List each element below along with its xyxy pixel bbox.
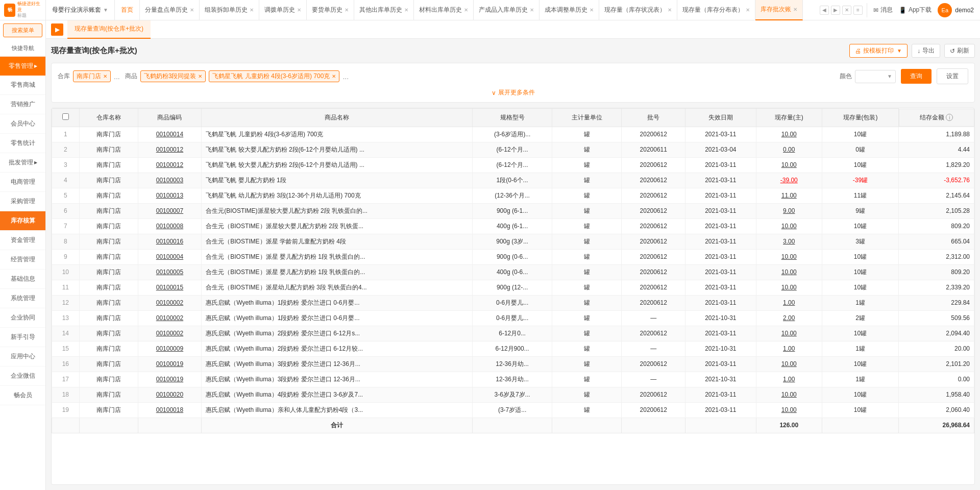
tab-item[interactable]: 成本调整单历史✕ (540, 0, 599, 20)
row-qty-main[interactable]: 10.00 (756, 264, 822, 280)
row-code[interactable]: 00100002 (138, 310, 202, 326)
tab-close-icon[interactable]: ✕ (404, 7, 408, 13)
sidebar-item-system[interactable]: 系统管理 (0, 289, 45, 308)
tab-menu-btn[interactable]: ≡ (853, 6, 863, 15)
warehouse-dots-btn[interactable]: ... (114, 72, 120, 81)
tab-close-icon[interactable]: ✕ (250, 7, 254, 13)
sub-tab-active[interactable]: 现存量查询(按仓库+批次) (67, 20, 151, 39)
row-qty-main[interactable]: 3.00 (756, 234, 822, 249)
row-code[interactable]: 00100003 (138, 173, 202, 188)
row-code[interactable]: 00100007 (138, 203, 202, 218)
tab-close-icon[interactable]: ✕ (590, 7, 594, 13)
row-code[interactable]: 00100005 (138, 264, 202, 280)
tab-item[interactable]: 分量盘点单历史✕ (140, 0, 200, 20)
sidebar-item-member[interactable]: 会员中心 (0, 114, 45, 134)
tab-item[interactable]: 组装拆卸单历史✕ (200, 0, 259, 20)
row-qty-main[interactable]: 10.00 (756, 356, 822, 372)
sidebar-item-enterprise[interactable]: 企业协同 (0, 308, 45, 328)
user-avatar[interactable]: Ea demo2 (938, 3, 974, 17)
row-code[interactable]: 00100002 (138, 326, 202, 341)
row-qty-main[interactable]: 2.00 (756, 310, 822, 326)
row-code[interactable]: 00100018 (138, 402, 202, 418)
row-code[interactable]: 00100015 (138, 280, 202, 295)
color-input[interactable]: ▼ (855, 70, 896, 83)
tab-close-icon[interactable]: ✕ (530, 7, 534, 13)
tab-next-btn[interactable]: ▶ (831, 6, 840, 15)
tab-close-icon[interactable]: ✕ (793, 7, 797, 12)
expand-conditions-btn[interactable]: ∨ 展开更多条件 (492, 88, 535, 97)
sidebar-item-operations[interactable]: 经营管理 (0, 250, 45, 270)
tab-close-all-btn[interactable]: ✕ (842, 6, 851, 15)
tab-item[interactable]: 产成品入库单历史✕ (474, 0, 540, 20)
row-qty-main[interactable]: 10.00 (756, 157, 822, 173)
tab-close-icon[interactable]: ✕ (746, 7, 750, 13)
row-qty-main[interactable]: 9.00 (756, 203, 822, 218)
sidebar-item-retail-mall[interactable]: 零售商城 (0, 76, 45, 95)
row-code[interactable]: 00100008 (138, 218, 202, 234)
row-qty-main[interactable]: 10.00 (756, 249, 822, 264)
sidebar-item-wechat[interactable]: 企业微信 (0, 366, 45, 386)
row-qty-main[interactable]: 10.00 (756, 127, 822, 142)
row-code[interactable]: 00100019 (138, 356, 202, 372)
tab-item[interactable]: 要货单历史✕ (307, 0, 354, 20)
tab-item[interactable]: 其他出库单历史✕ (354, 0, 414, 20)
sidebar-item-basic-info[interactable]: 基础信息 (0, 270, 45, 289)
sidebar-item-retail-stats[interactable]: 零售统计 (0, 134, 45, 153)
export-btn[interactable]: ↓ 导出 (912, 44, 940, 58)
row-qty-main[interactable]: 10.00 (756, 326, 822, 341)
tab-item[interactable]: 现存量（库存分布表）✕ (677, 0, 755, 20)
product-tag-1[interactable]: 飞鹤奶粉3段同提装 ✕ (140, 70, 206, 82)
row-code[interactable]: 00100016 (138, 234, 202, 249)
row-qty-main[interactable]: 10.00 (756, 402, 822, 418)
row-qty-main[interactable]: 0.00 (756, 142, 822, 157)
warehouse-tag-close-icon[interactable]: ✕ (103, 74, 107, 79)
tab-home[interactable]: 首页 (115, 0, 140, 20)
sidebar-item-retail-mgmt[interactable]: 零售管理 ▶ (0, 57, 45, 76)
sidebar-item-wholesale[interactable]: 批发管理 ▶ (0, 153, 45, 173)
warehouse-tag[interactable]: 南库门店 ✕ (73, 70, 111, 82)
sidebar-item-member2[interactable]: 畅会员 (0, 386, 45, 405)
product-dots-btn[interactable]: ... (342, 72, 349, 81)
select-all-checkbox[interactable] (62, 113, 69, 120)
sidebar-item-marketing[interactable]: 营销推广 (0, 95, 45, 114)
row-code[interactable]: 00100020 (138, 387, 202, 402)
sidebar-item-purchase[interactable]: 采购管理 (0, 192, 45, 211)
row-code[interactable]: 00100004 (138, 249, 202, 264)
product-tag-2[interactable]: 飞鹤星飞帆 儿童奶粉 4段(3-6岁适用) 700克 ✕ (209, 70, 339, 82)
sidebar-item-finance[interactable]: 资金管理 (0, 231, 45, 250)
sidebar-item-ecommerce[interactable]: 电商管理 (0, 173, 45, 192)
message-btn[interactable]: ✉ 消息 (873, 6, 893, 14)
tab-prev-btn[interactable]: ◀ (820, 6, 829, 15)
settings-button[interactable]: 设置 (937, 68, 968, 84)
tab-item[interactable]: 材料出库单历史✕ (414, 0, 474, 20)
print-btn[interactable]: 🖨 按模板打印 ▼ (849, 44, 908, 58)
sidebar-item-guide[interactable]: 新手引导 (0, 328, 45, 347)
info-icon[interactable]: i (946, 114, 953, 121)
row-qty-main[interactable]: 10.00 (756, 218, 822, 234)
tab-close-icon[interactable]: ✕ (190, 7, 194, 13)
tab-close-icon[interactable]: ✕ (668, 7, 672, 13)
row-qty-main[interactable]: 10.00 (756, 387, 822, 402)
row-qty-main[interactable]: 10.00 (756, 280, 822, 295)
app-download-btn[interactable]: 📱 App下载 (899, 6, 932, 14)
row-qty-main[interactable]: 1.00 (756, 295, 822, 310)
row-code[interactable]: 00100002 (138, 295, 202, 310)
tab-close-icon[interactable]: ✕ (297, 7, 301, 13)
row-code[interactable]: 00100012 (138, 157, 202, 173)
sub-tab-expand-btn[interactable]: ▶ (51, 23, 63, 36)
tab-close-icon[interactable]: ✕ (345, 7, 349, 13)
tab-active[interactable]: 库存批次账✕ (755, 0, 803, 20)
row-code[interactable]: 00100009 (138, 341, 202, 356)
row-qty-main[interactable]: -39.00 (756, 173, 822, 188)
row-qty-main[interactable]: 1.00 (756, 372, 822, 387)
search-menu-btn[interactable]: 搜索菜单 (3, 23, 42, 37)
refresh-btn[interactable]: ↺ 刷新 (944, 44, 975, 58)
tab-item[interactable]: 调拨单历史✕ (259, 0, 307, 20)
row-code[interactable]: 00100014 (138, 127, 202, 142)
row-code[interactable]: 00100013 (138, 188, 202, 203)
tab-close-icon[interactable]: ✕ (464, 7, 468, 13)
sidebar-item-inventory[interactable]: 库存核算 (0, 211, 45, 231)
product-tag-2-close-icon[interactable]: ✕ (332, 74, 336, 79)
row-qty-main[interactable]: 1.00 (756, 341, 822, 356)
account-dropdown[interactable]: 母婴行业演示账套 ▼ (46, 0, 115, 20)
